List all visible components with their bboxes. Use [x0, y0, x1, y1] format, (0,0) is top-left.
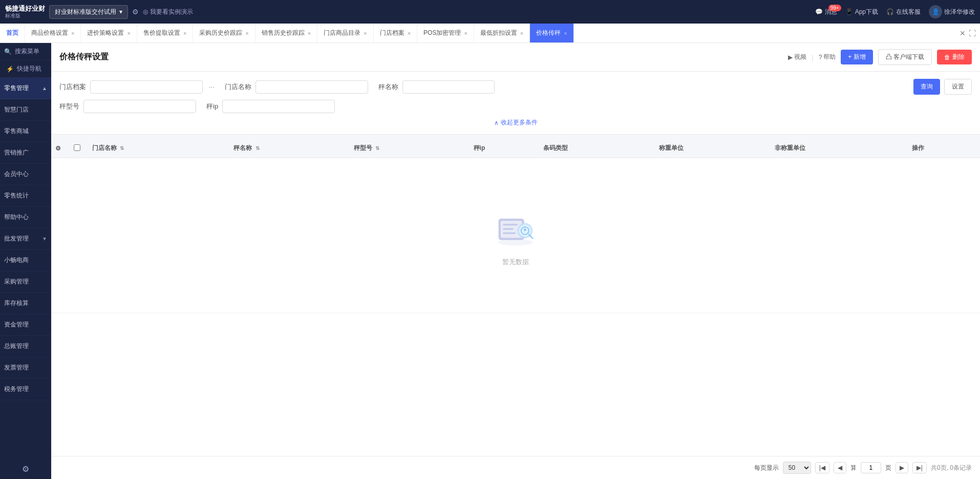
tab-sales-history-close[interactable]: × [308, 30, 311, 36]
delete-button[interactable]: 🗑 删除 [937, 50, 972, 64]
tab-min-discount[interactable]: 最低折扣设置 × [474, 24, 530, 42]
store-name-label: 门店名称 [225, 82, 251, 92]
online-service-button[interactable]: 🎧 在线客服 [886, 8, 921, 16]
tab-store-archive-close[interactable]: × [408, 30, 411, 36]
help-link[interactable]: ? 帮助 [819, 53, 836, 61]
tab-pos-encrypt-close[interactable]: × [464, 30, 467, 36]
sidebar-item-ledger-label: 总账管理 [4, 342, 29, 351]
play-icon: ▶ [788, 54, 793, 61]
th-scale-name: 秤名称 ⇅ [229, 139, 349, 158]
query-button[interactable]: 查询 [913, 79, 940, 95]
store-archive-input[interactable] [90, 80, 203, 94]
pagination: 每页显示 10 20 50 100 |◀ ◀ 算 页 ▶ ▶| 共0页, 0条记… [51, 456, 980, 479]
tab-sales-history-label: 销售历史价跟踪 [262, 29, 305, 37]
sidebar-item-invoice[interactable]: 发票管理 [0, 357, 51, 379]
empty-state: 暂无数据 [55, 163, 976, 308]
tab-pos-encrypt[interactable]: POS加密管理 × [417, 24, 474, 42]
th-scale-ip: 秤ip [470, 139, 539, 158]
tab-price-scale[interactable]: 价格传秤 × [530, 24, 573, 42]
sidebar-item-retail-mall[interactable]: 零售商城 [0, 121, 51, 142]
tab-goods-price[interactable]: 商品价格设置 × [25, 24, 81, 42]
sidebar-item-tax[interactable]: 税务管理 [0, 379, 51, 400]
last-page-button[interactable]: ▶| [912, 462, 927, 473]
prev-page-button[interactable]: ◀ [834, 462, 846, 473]
store-archive-dots[interactable]: ··· [209, 83, 215, 91]
sidebar-item-ecommerce[interactable]: 小畅电商 [0, 250, 51, 271]
user-info[interactable]: 👤 徐泽华修改 [929, 5, 975, 18]
table-header-row: ⚙ 门店名称 ⇅ 秤名称 ⇅ [51, 139, 980, 158]
sidebar-item-marketing-label: 营销推广 [4, 148, 29, 157]
version-selector[interactable]: 好业财标准版交付试用 ▾ [49, 5, 128, 19]
sidebar-item-purchase[interactable]: 采购管理 [0, 271, 51, 293]
th-settings: ⚙ [51, 139, 70, 158]
tab-close-icon[interactable]: ✕ [960, 29, 966, 37]
sidebar-item-finance[interactable]: 资金管理 [0, 314, 51, 336]
demo-link[interactable]: ◎ 我要看实例演示 [143, 8, 193, 16]
tab-maximize-icon[interactable]: ⛶ [969, 29, 976, 37]
tab-purchase-history-close[interactable]: × [245, 30, 248, 36]
page-size-label: 每页显示 [754, 464, 779, 472]
sidebar-item-marketing[interactable]: 营销推广 [0, 142, 51, 164]
add-button[interactable]: + 新增 [841, 50, 872, 64]
svg-rect-3 [503, 224, 518, 225]
tab-bar-actions: ✕ ⛶ [955, 24, 980, 42]
download-label: 凸 客户端下载 [886, 53, 924, 61]
tab-goods-price-close[interactable]: × [71, 30, 74, 36]
tab-sale-price[interactable]: 售价提取设置 × [137, 24, 193, 42]
tab-store-catalog[interactable]: 门店商品目录 × [317, 24, 373, 42]
select-all-checkbox[interactable] [74, 144, 80, 151]
tab-store-archive[interactable]: 门店档案 × [374, 24, 417, 42]
app-download-label: App下载 [855, 8, 878, 16]
app-download-button[interactable]: 📱 App下载 [845, 8, 878, 16]
tab-sale-price-close[interactable]: × [183, 30, 186, 36]
tab-store-catalog-close[interactable]: × [364, 30, 367, 36]
next-page-button[interactable]: ▶ [896, 462, 908, 473]
eye-icon: ◎ [143, 8, 148, 15]
tab-price-scale-close[interactable]: × [564, 30, 567, 36]
collapse-button[interactable]: ∧ 收起更多条件 [59, 118, 972, 127]
page-header: 价格传秤设置 ▶ 视频 | ? 帮助 + 新增 凸 客户端下载 🗑 [51, 43, 980, 72]
page-input[interactable] [861, 462, 881, 473]
sidebar-item-retail-stats[interactable]: 零售统计 [0, 185, 51, 207]
scale-model-input[interactable] [83, 100, 196, 113]
tab-sales-history[interactable]: 销售历史价跟踪 × [255, 24, 317, 42]
sidebar-search-label: 搜索菜单 [15, 47, 39, 56]
settings-icon[interactable]: ⚙ [132, 8, 139, 16]
filter-settings-button[interactable]: 设置 [944, 79, 972, 95]
video-link[interactable]: ▶ 视频 [788, 53, 806, 61]
tab-purchase-history-label: 采购历史价跟踪 [199, 29, 242, 37]
sort-icon-scale-name[interactable]: ⇅ [255, 145, 260, 151]
th-barcode-type-label: 条码类型 [543, 144, 568, 151]
sidebar-item-wholesale[interactable]: 批发管理 ▼ [0, 228, 51, 250]
tab-purchase-history[interactable]: 采购历史价跟踪 × [193, 24, 255, 42]
sidebar-gear-icon[interactable]: ⚙ [22, 465, 29, 473]
tab-purchase-strategy-close[interactable]: × [127, 30, 130, 36]
sort-icon-store-name[interactable]: ⇅ [120, 145, 124, 151]
sidebar-item-member[interactable]: 会员中心 [0, 164, 51, 185]
sidebar-search[interactable]: 🔍 搜索菜单 [0, 43, 51, 60]
scale-name-input[interactable] [402, 80, 495, 94]
page-actions: ▶ 视频 | ? 帮助 + 新增 凸 客户端下载 🗑 删除 [788, 49, 972, 65]
tab-purchase-strategy[interactable]: 进价策略设置 × [81, 24, 137, 42]
sidebar-item-ledger[interactable]: 总账管理 [0, 336, 51, 357]
sidebar-item-inventory-label: 库存核算 [4, 299, 29, 308]
message-button[interactable]: 💬 消息 99+ [815, 8, 837, 16]
filter-scale-name: 秤名称 [378, 80, 495, 94]
tab-home[interactable]: 首页 [0, 24, 25, 42]
settings-icon-th[interactable]: ⚙ [55, 145, 61, 152]
th-weight-unit: 称重单位 [655, 139, 771, 158]
sidebar-item-help[interactable]: 帮助中心 [0, 207, 51, 228]
message-icon: 💬 [815, 8, 823, 15]
scale-ip-input[interactable] [222, 100, 335, 113]
first-page-button[interactable]: |◀ [815, 462, 829, 473]
page-size-select[interactable]: 10 20 50 100 [783, 462, 811, 474]
sidebar-quick-nav[interactable]: ⚡ 快捷导航 [0, 60, 51, 78]
sort-icon-scale-model[interactable]: ⇅ [375, 145, 379, 151]
sidebar-item-retail[interactable]: 零售管理 ▲ [0, 78, 51, 99]
video-label: 视频 [794, 53, 806, 61]
sidebar-item-inventory[interactable]: 库存核算 [0, 293, 51, 314]
tab-min-discount-close[interactable]: × [520, 30, 523, 36]
download-button[interactable]: 凸 客户端下载 [878, 49, 932, 65]
sidebar-item-smart-store[interactable]: 智慧门店 [0, 99, 51, 121]
store-name-input[interactable] [255, 80, 368, 94]
